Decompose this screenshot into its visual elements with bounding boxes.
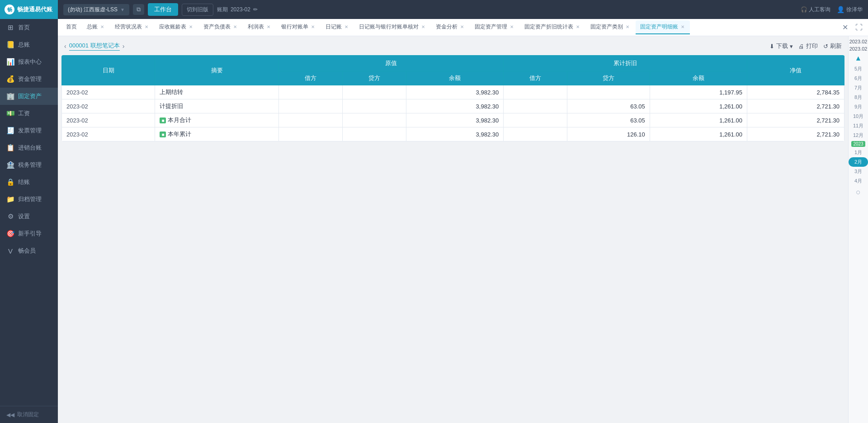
sidebar-item-sales-ledger[interactable]: 📋 进销台账	[0, 139, 58, 156]
tab-business[interactable]: 经营状况表 ✕	[110, 20, 154, 34]
tab-balance-label: 资产负债表	[203, 23, 231, 31]
tab-fa-detail-close[interactable]: ✕	[680, 24, 685, 29]
period-edit-icon[interactable]: ✏	[253, 6, 258, 13]
rs-month-6[interactable]: 6月	[849, 74, 868, 83]
payroll-icon: 💵	[6, 109, 14, 118]
rs-month-3[interactable]: 3月	[849, 167, 868, 176]
copy-button[interactable]: ⧉	[133, 4, 144, 15]
cell-accum-balance: 1,261.00	[650, 113, 747, 127]
tab-bank-check-close[interactable]: ✕	[420, 24, 426, 29]
tab-fa-manage-label: 固定资产管理	[475, 23, 507, 31]
sidebar-item-tax[interactable]: 🏦 税务管理	[0, 156, 58, 174]
sidebar-item-settings[interactable]: ⚙ 设置	[0, 208, 58, 225]
tab-balance-close[interactable]: ✕	[232, 24, 238, 29]
refresh-button[interactable]: ↺ 刷新	[823, 42, 842, 50]
col-original-value: 原值	[278, 56, 503, 71]
breadcrumb-item[interactable]: 000001 联想笔记本	[69, 42, 120, 51]
sidebar-item-label: 首页	[18, 24, 30, 32]
tab-bank-statement-close[interactable]: ✕	[310, 24, 316, 29]
tab-ledger[interactable]: 总账 ✕	[82, 20, 109, 34]
tab-profit[interactable]: 利润表 ✕	[243, 20, 276, 34]
download-button[interactable]: ⬇ 下载 ▾	[769, 42, 793, 50]
tab-fa-depreciation-label: 固定资产折旧统计表	[524, 23, 573, 31]
headset-icon: 🎧	[801, 6, 807, 13]
tab-balance[interactable]: 资产负债表 ✕	[199, 20, 242, 34]
tab-fa-category-close[interactable]: ✕	[625, 24, 630, 29]
workbench-button[interactable]: 工作台	[148, 3, 178, 16]
sidebar-item-guide[interactable]: 🎯 新手引导	[0, 225, 58, 242]
breadcrumb: ‹ 000001 联想笔记本 ›	[64, 42, 124, 51]
rs-month-12[interactable]: 12月	[849, 131, 868, 140]
rs-month-7[interactable]: 7月	[849, 83, 868, 93]
tab-profit-close[interactable]: ✕	[266, 24, 271, 29]
col-accum-debit: 借方	[504, 71, 567, 85]
ledger-icon: 📒	[6, 41, 14, 49]
tab-bank-check[interactable]: 日记账与银行对账单核对 ✕	[354, 20, 430, 34]
tab-bank-statement-label: 银行对账单	[281, 23, 308, 31]
rs-month-1[interactable]: 1月	[849, 148, 868, 157]
cell-orig-balance: 3,982.30	[406, 85, 504, 99]
rs-more-icon[interactable]: ○	[854, 186, 863, 199]
sidebar-item-ledger[interactable]: 📒 总账	[0, 36, 58, 53]
cell-date: 2023-02	[62, 113, 155, 127]
tab-maximize-icon[interactable]: ⛶	[854, 23, 864, 33]
cell-orig-credit	[342, 127, 406, 141]
cell-orig-balance: 3,982.30	[406, 127, 504, 141]
tab-ledger-close[interactable]: ✕	[99, 24, 105, 29]
rs-month-4[interactable]: 4月	[849, 176, 868, 186]
tab-receivable[interactable]: 应收账龄表 ✕	[155, 20, 198, 34]
unpin-button[interactable]: ◀◀ 取消固定	[0, 406, 58, 423]
sidebar-item-archive[interactable]: 📁 归档管理	[0, 191, 58, 208]
tag-green: ■	[160, 118, 166, 123]
sidebar-item-invoice[interactable]: 🧾 发票管理	[0, 122, 58, 139]
tab-fa-detail-label: 固定资产明细账	[640, 23, 678, 31]
tab-fa-manage-close[interactable]: ✕	[509, 24, 514, 29]
tab-journal[interactable]: 日记账 ✕	[321, 20, 354, 34]
print-button[interactable]: 🖨 打印	[798, 42, 818, 50]
right-sidebar-timeline: 2023.02 2023.02 ▲ 5月 6月 7月 8月 9月 10月 11月…	[848, 36, 868, 423]
cell-orig-debit	[278, 113, 342, 127]
tab-fa-depreciation[interactable]: 固定资产折旧统计表 ✕	[520, 20, 585, 34]
tab-fa-manage[interactable]: 固定资产管理 ✕	[470, 20, 519, 34]
cell-accum-balance: 1,261.00	[650, 127, 747, 141]
sidebar-item-close[interactable]: 🔒 结账	[0, 174, 58, 191]
sidebar-item-payroll[interactable]: 💵 工资	[0, 105, 58, 122]
tab-business-close[interactable]: ✕	[144, 24, 149, 29]
tab-receivable-close[interactable]: ✕	[188, 24, 193, 29]
cell-accum-debit	[504, 113, 567, 127]
tab-capital-analysis[interactable]: 资金分析 ✕	[431, 20, 469, 34]
sidebar-item-label: 畅会员	[18, 247, 36, 255]
sidebar-item-fixed-assets[interactable]: 🏢 固定资产	[0, 88, 58, 105]
rs-month-5[interactable]: 5月	[849, 64, 868, 74]
rs-month-10[interactable]: 10月	[849, 112, 868, 121]
refresh-label: 刷新	[830, 42, 842, 50]
tab-close-all-icon[interactable]: ✕	[840, 22, 850, 33]
col-accumulated-dep: 累计折旧	[504, 56, 747, 71]
tab-home[interactable]: 首页	[61, 20, 81, 34]
sidebar-item-member[interactable]: V 畅会员	[0, 242, 58, 259]
col-desc: 摘要	[155, 56, 278, 85]
tab-bank-statement[interactable]: 银行对账单 ✕	[277, 20, 320, 34]
sidebar-item-capital[interactable]: 💰 资金管理	[0, 70, 58, 88]
user-profile[interactable]: 👤 徐泽华	[837, 6, 863, 14]
tab-fa-detail[interactable]: 固定资产明细账 ✕	[636, 20, 690, 34]
user-service[interactable]: 🎧 人工客询	[801, 6, 830, 14]
rs-up-arrow[interactable]: ▲	[853, 52, 864, 64]
rs-month-8[interactable]: 8月	[849, 93, 868, 102]
tab-journal-close[interactable]: ✕	[344, 24, 349, 29]
rs-month-2[interactable]: 2月	[849, 157, 868, 167]
sidebar-item-home[interactable]: ⊞ 首页	[0, 19, 58, 36]
switch-version-button[interactable]: 切到旧版	[182, 4, 213, 16]
rs-month-11[interactable]: 11月	[849, 121, 868, 131]
sales-ledger-icon: 📋	[6, 144, 14, 152]
nav-prev-icon[interactable]: ‹	[64, 42, 66, 50]
sidebar-item-label: 资金管理	[18, 75, 42, 83]
sidebar-item-reports[interactable]: 📊 报表中心	[0, 53, 58, 70]
col-date: 日期	[62, 56, 155, 85]
nav-next-icon[interactable]: ›	[123, 42, 125, 50]
tab-fa-category[interactable]: 固定资产类别 ✕	[586, 20, 635, 34]
tab-fa-depreciation-close[interactable]: ✕	[575, 24, 580, 29]
company-selector[interactable]: (勿动) 江西服虚-LSS ▼	[63, 4, 129, 15]
rs-month-9[interactable]: 9月	[849, 102, 868, 112]
tab-capital-analysis-close[interactable]: ✕	[459, 24, 465, 29]
